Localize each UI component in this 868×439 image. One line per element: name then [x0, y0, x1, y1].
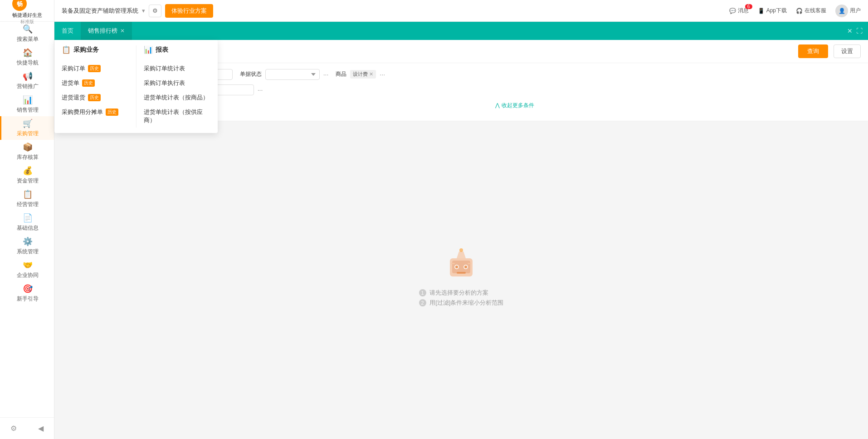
dropdown-cols: 📋 采购业务 采购订单 历史 进货单 历史 进货退货 历史 采购费用分摊单 历史 — [54, 45, 218, 128]
dropdown-reports-header: 📊 报表 — [144, 45, 211, 57]
user-label: 用户 — [850, 7, 861, 15]
dropdown-item-order-exec[interactable]: 采购订单执行表 — [144, 76, 211, 90]
sidebar-label-marketing: 营销推广 — [17, 83, 39, 90]
dropdown-item-order-stat[interactable]: 采购订单统计表 — [144, 61, 211, 76]
svg-point-12 — [459, 248, 463, 252]
dropdown-item-return-label: 进货退货 — [62, 94, 85, 102]
dropdown-item-purchase-order[interactable]: 采购订单 历史 — [62, 61, 129, 76]
dropdown-item-order-stat-label: 采购订单统计表 — [144, 64, 185, 73]
svg-rect-10 — [468, 263, 471, 264]
goods-more-btn[interactable]: ··· — [380, 71, 385, 78]
collapse-sidebar-btn[interactable]: ◀ — [38, 424, 44, 433]
user-area[interactable]: 👤 用户 — [835, 5, 861, 17]
sidebar-label-basic-info: 基础信息 — [17, 224, 39, 232]
sidebar-item-enterprise[interactable]: 🤝 企业协同 — [0, 258, 54, 281]
svg-marker-11 — [457, 252, 466, 258]
dropdown-item-incoming-by-supplier-label: 进货单统计表（按供应商） — [144, 108, 211, 124]
empty-tip-2: 2 用[过滤]条件来缩小分析范围 — [419, 299, 504, 307]
sidebar-item-operations[interactable]: 📋 经营管理 — [0, 187, 54, 211]
goods-tag-close[interactable]: ✕ — [369, 71, 373, 77]
business-col-icon: 📋 — [62, 45, 71, 54]
sidebar-nav: 🔍 搜索菜单 🏠 快捷导航 📢 营销推广 📊 销售管理 🛒 采购管理 📦 库存核… — [0, 22, 54, 417]
query-btn[interactable]: 查询 — [798, 44, 828, 58]
tab-maximize-icon[interactable]: ⛶ — [856, 27, 863, 35]
salesperson-more-btn[interactable]: ··· — [258, 86, 263, 94]
logo-icon: 畅 — [12, 0, 27, 11]
sidebar-item-quick-nav[interactable]: 🏠 快捷导航 — [0, 45, 54, 69]
tip-number-2: 2 — [419, 299, 426, 306]
sidebar-item-marketing[interactable]: 📢 营销推广 — [0, 69, 54, 93]
guide-icon: 🎯 — [23, 284, 33, 294]
goods-filter: 商品 设计费 ✕ ··· — [336, 70, 385, 79]
dropdown-item-order-exec-label: 采购订单执行表 — [144, 79, 185, 87]
purchase-dropdown-menu: 📋 采购业务 采购订单 历史 进货单 历史 进货退货 历史 采购费用分摊单 历史 — [54, 40, 218, 133]
settings-bottom-btn[interactable]: ⚙ — [10, 424, 17, 433]
goods-label: 商品 — [336, 70, 346, 78]
online-service-btn[interactable]: 🎧 在线客服 — [796, 7, 826, 15]
setting-btn[interactable]: 设置 — [834, 44, 861, 58]
sidebar-item-sales[interactable]: 📊 销售管理 — [0, 93, 54, 116]
collapse-btn[interactable]: ⋀ 收起更多条件 — [495, 102, 534, 109]
svg-rect-8 — [457, 272, 466, 274]
messages-btn[interactable]: 💬 消息 6 — [729, 7, 749, 15]
tab-sales-rank-label: 销售排行榜 — [88, 27, 117, 35]
business-col-title: 采购业务 — [73, 46, 99, 54]
tab-close-window-icon[interactable]: ✕ — [847, 27, 853, 35]
finance-icon: 💰 — [23, 166, 33, 176]
doc-status-label: 单据状态 — [240, 70, 262, 78]
header-right: 💬 消息 6 📱 App下载 🎧 在线客服 👤 用户 — [729, 5, 861, 17]
sidebar-item-guide[interactable]: 🎯 新手引导 — [0, 281, 54, 305]
inventory-icon: 📦 — [23, 142, 33, 152]
history-tag-2: 历史 — [88, 94, 101, 101]
messages-badge: 6 — [745, 4, 752, 9]
dropdown-item-expense[interactable]: 采购费用分摊单 历史 — [62, 105, 129, 119]
sidebar-bottom: ⚙ ◀ — [0, 417, 54, 439]
doc-status-filter: 单据状态 ··· — [240, 69, 329, 80]
app-download-label: App下载 — [766, 7, 787, 15]
sidebar-item-purchase[interactable]: 🛒 采购管理 — [0, 116, 54, 140]
dropdown-item-incoming[interactable]: 进货单 历史 — [62, 76, 129, 90]
app-download-btn[interactable]: 📱 App下载 — [758, 7, 787, 15]
dropdown-item-purchase-order-label: 采购订单 — [62, 64, 85, 73]
sidebar-item-system[interactable]: ⚙️ 系统管理 — [0, 234, 54, 258]
sidebar-item-search[interactable]: 🔍 搜索菜单 — [0, 22, 54, 45]
doc-status-more-btn[interactable]: ··· — [323, 71, 329, 78]
svg-text:畅: 畅 — [16, 0, 22, 7]
sidebar-item-finance[interactable]: 💰 资金管理 — [0, 163, 54, 187]
sidebar-label-operations: 经营管理 — [17, 201, 39, 208]
gear-settings-btn[interactable]: ⚙ — [149, 5, 161, 17]
empty-tips: 1 请先选择要分析的方案 2 用[过滤]条件来缩小分析范围 — [419, 289, 504, 309]
headset-icon: 🎧 — [796, 8, 803, 14]
empty-tip-1: 1 请先选择要分析的方案 — [419, 289, 504, 297]
user-avatar: 👤 — [835, 5, 848, 17]
tab-sales-rank[interactable]: 销售排行榜 ✕ — [81, 22, 132, 40]
industry-btn[interactable]: 体验行业方案 — [165, 4, 213, 18]
sidebar-label-quick-nav: 快捷导航 — [17, 59, 39, 67]
doc-status-select[interactable] — [265, 69, 320, 80]
dropdown-col-business: 📋 采购业务 采购订单 历史 进货单 历史 进货退货 历史 采购费用分摊单 历史 — [54, 45, 136, 128]
tab-home[interactable]: 首页 — [54, 22, 81, 40]
dropdown-item-incoming-by-goods[interactable]: 进货单统计表（按商品） — [144, 90, 211, 105]
tab-bar-right: ✕ ⛶ — [847, 27, 868, 35]
collapse-icon: ⋀ — [495, 102, 500, 109]
dropdown-item-incoming-label: 进货单 — [62, 79, 79, 87]
system-title: 装备及固定资产辅助管理系统 — [62, 7, 138, 15]
tab-home-label: 首页 — [62, 27, 73, 35]
empty-illustration — [439, 242, 484, 283]
empty-state: 1 请先选择要分析的方案 2 用[过滤]条件来缩小分析范围 — [54, 121, 868, 429]
system-title-area: 装备及固定资产辅助管理系统 ▾ ⚙ 体验行业方案 — [62, 4, 729, 18]
history-tag-0: 历史 — [88, 65, 101, 72]
goods-tag-text: 设计费 — [353, 71, 368, 78]
sidebar: 畅 畅捷通好生意 标准版 🔍 搜索菜单 🏠 快捷导航 📢 营销推广 📊 销售管理… — [0, 0, 54, 439]
dropdown-item-incoming-by-supplier[interactable]: 进货单统计表（按供应商） — [144, 105, 211, 128]
dropdown-item-expense-label: 采购费用分摊单 — [62, 108, 103, 116]
tab-close-btn[interactable]: ✕ — [120, 28, 125, 34]
sidebar-label-inventory: 库存核算 — [17, 153, 39, 161]
basic-info-icon: 📄 — [23, 213, 33, 223]
sidebar-item-inventory[interactable]: 📦 库存核算 — [0, 140, 54, 163]
sidebar-item-basic-info[interactable]: 📄 基础信息 — [0, 211, 54, 234]
system-title-dropdown-icon[interactable]: ▾ — [142, 7, 145, 14]
dropdown-item-return[interactable]: 进货退货 历史 — [62, 90, 129, 105]
sidebar-label-system: 系统管理 — [17, 248, 39, 256]
top-header: 装备及固定资产辅助管理系统 ▾ ⚙ 体验行业方案 💬 消息 6 📱 App下载 … — [0, 0, 868, 22]
